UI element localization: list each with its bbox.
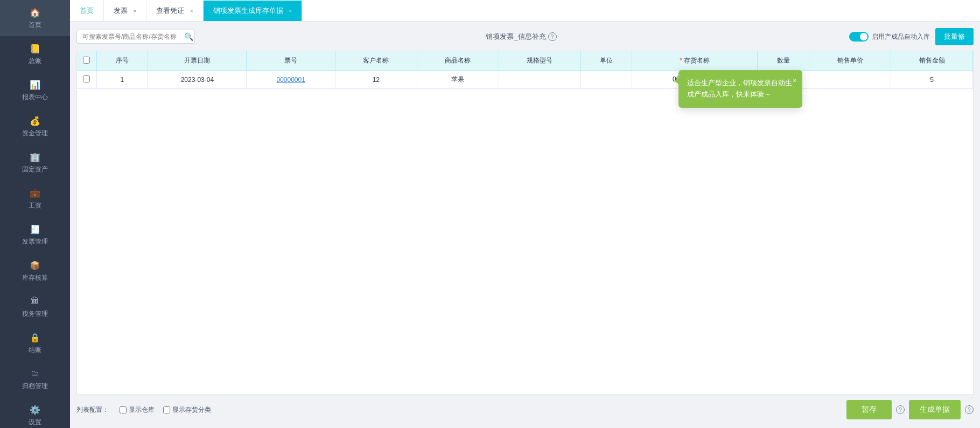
info-label: 销项发票_信息补充 ? (486, 32, 556, 42)
sidebar-item-tax[interactable]: 🏛 税务管理 (0, 289, 70, 325)
tab-invoice[interactable]: 发票 × (104, 1, 146, 21)
info-help-icon[interactable]: ? (548, 32, 557, 41)
sidebar-label-tax: 税务管理 (22, 309, 48, 319)
auto-warehouse-toggle[interactable] (849, 32, 869, 42)
tab-bar: 首页 发票 × 查看凭证 × 销项发票生成库存单据 × (70, 0, 980, 22)
row-spec (499, 71, 580, 89)
select-all-checkbox[interactable] (83, 57, 90, 64)
inventory-icon: 📦 (29, 259, 41, 271)
settings-icon: ⚙️ (29, 404, 41, 416)
sidebar-label-ledger: 总账 (29, 57, 41, 66)
header-checkbox-cell (77, 51, 96, 71)
sidebar-label-assets: 固定资产 (22, 165, 48, 174)
data-table-wrapper: 序号 开票日期 票号 客户名称 商品名称 规格型号 单位 存货名称 数量 销售单… (76, 51, 974, 395)
show-category-checkbox[interactable] (163, 406, 170, 413)
sidebar-label-home: 首页 (29, 20, 41, 30)
search-area: 🔍 (76, 30, 193, 44)
header-unit-price: 销售单价 (809, 51, 891, 71)
sidebar-item-salary[interactable]: 💼 工资 (0, 181, 70, 217)
sidebar-label-inventory: 库存核算 (22, 273, 48, 282)
row-amount: 5 (891, 71, 973, 89)
tab-invoice-label: 发票 (114, 6, 128, 16)
sidebar: 🏠 首页 📒 总账 📊 报表中心 💰 资金管理 🏢 固定资产 💼 工资 🧾 发票… (0, 0, 70, 428)
ticket-link[interactable]: 00000001 (277, 76, 305, 84)
sidebar-label-archive: 归档管理 (22, 382, 48, 391)
sidebar-label-close: 结账 (29, 346, 41, 355)
assets-icon: 🏢 (29, 151, 41, 163)
tooltip-text: 适合生产型企业，销项发票自动生成产成品入库，快来体验～ (687, 79, 792, 98)
sidebar-item-inventory[interactable]: 📦 库存核算 (0, 253, 70, 289)
row-product: 苹果 (417, 71, 499, 89)
header-amount: 销售金额 (891, 51, 973, 71)
tooltip-popup: × 适合生产型企业，销项发票自动生成产成品入库，快来体验～ (678, 70, 802, 108)
tax-icon: 🏛 (29, 295, 41, 307)
generate-button[interactable]: 生成单据 (909, 400, 961, 419)
header-seq: 序号 (96, 51, 148, 71)
row-seq: 1 (96, 71, 148, 89)
tab-view-voucher-close[interactable]: × (190, 8, 193, 14)
show-warehouse-label[interactable]: 显示仓库 (120, 405, 155, 415)
sidebar-item-settings[interactable]: ⚙️ 设置 (0, 397, 70, 428)
sidebar-item-home[interactable]: 🏠 首页 (0, 0, 70, 36)
sidebar-item-invoice-mgmt[interactable]: 🧾 发票管理 (0, 217, 70, 253)
main-area: 首页 发票 × 查看凭证 × 销项发票生成库存单据 × 🔍 销项发票_信息补充 … (70, 0, 980, 428)
tab-view-voucher-label: 查看凭证 (156, 6, 184, 16)
content-area: 🔍 销项发票_信息补充 ? 启用产成品自动入库 批量修 (70, 22, 980, 428)
data-table: 序号 开票日期 票号 客户名称 商品名称 规格型号 单位 存货名称 数量 销售单… (77, 51, 973, 89)
show-category-label[interactable]: 显示存货分类 (163, 405, 211, 415)
row-ticket-no[interactable]: 00000001 (247, 71, 335, 89)
tab-cancel-invoice[interactable]: 销项发票生成库存单据 × (204, 1, 302, 21)
save-help-icon[interactable]: ? (896, 405, 905, 414)
table-header: 序号 开票日期 票号 客户名称 商品名称 规格型号 单位 存货名称 数量 销售单… (77, 51, 973, 71)
tab-home-label: 首页 (80, 6, 94, 16)
header-qty: 数量 (758, 51, 809, 71)
row-checkbox[interactable] (83, 75, 90, 82)
sidebar-item-funds[interactable]: 💰 资金管理 (0, 108, 70, 144)
row-date: 2023-03-04 (148, 71, 247, 89)
top-bar: 🔍 销项发票_信息补充 ? 启用产成品自动入库 批量修 (76, 28, 974, 45)
tooltip-close-button[interactable]: × (793, 74, 797, 86)
tab-home[interactable]: 首页 (70, 1, 104, 21)
table-row: 1 2023-03-04 00000001 12 苹果 000001 苹果 个 … (77, 71, 973, 89)
sidebar-item-close[interactable]: 🔒 结账 (0, 325, 70, 361)
tab-view-voucher[interactable]: 查看凭证 × (146, 1, 203, 21)
home-icon: 🏠 (29, 6, 41, 18)
table-body: 1 2023-03-04 00000001 12 苹果 000001 苹果 个 … (77, 71, 973, 89)
tab-cancel-invoice-label: 销项发票生成库存单据 (213, 6, 283, 16)
search-icon[interactable]: 🔍 (184, 32, 193, 41)
list-config-label: 列表配置： (76, 405, 109, 415)
sidebar-item-reports[interactable]: 📊 报表中心 (0, 72, 70, 108)
save-button[interactable]: 暂存 (846, 400, 892, 419)
row-unit-price (809, 71, 891, 89)
invoice-mgmt-icon: 🧾 (29, 223, 41, 235)
reports-icon: 📊 (29, 79, 41, 91)
sidebar-label-salary: 工资 (29, 201, 41, 210)
header-inventory: 存货名称 (632, 51, 758, 71)
header-product: 商品名称 (417, 51, 499, 71)
salary-icon: 💼 (29, 187, 41, 199)
toggle-area: 启用产成品自动入库 (849, 32, 930, 42)
batch-edit-button[interactable]: 批量修 (935, 28, 974, 45)
right-controls: 启用产成品自动入库 批量修 (849, 28, 974, 45)
funds-icon: 💰 (29, 115, 41, 127)
row-unit (580, 71, 632, 89)
info-label-text: 销项发票_信息补充 (486, 32, 545, 42)
sidebar-item-assets[interactable]: 🏢 固定资产 (0, 144, 70, 181)
show-warehouse-checkbox[interactable] (120, 406, 127, 413)
ledger-icon: 📒 (29, 43, 41, 54)
sidebar-label-settings: 设置 (29, 418, 41, 427)
tab-cancel-invoice-close[interactable]: × (289, 8, 292, 14)
header-ticket-no: 票号 (247, 51, 335, 71)
tab-invoice-close[interactable]: × (133, 8, 136, 14)
header-date: 开票日期 (148, 51, 247, 71)
action-btn-group: 暂存 ? 生成单据 ? (846, 400, 974, 419)
gen-help-icon[interactable]: ? (965, 405, 974, 414)
show-warehouse-text: 显示仓库 (129, 405, 155, 415)
header-unit: 单位 (580, 51, 632, 71)
sidebar-label-invoice-mgmt: 发票管理 (22, 237, 48, 246)
sidebar-item-archive[interactable]: 🗂 归档管理 (0, 361, 70, 397)
header-spec: 规格型号 (499, 51, 580, 71)
search-input[interactable] (76, 30, 195, 44)
sidebar-item-ledger[interactable]: 📒 总账 (0, 36, 70, 72)
row-customer: 12 (335, 71, 417, 89)
